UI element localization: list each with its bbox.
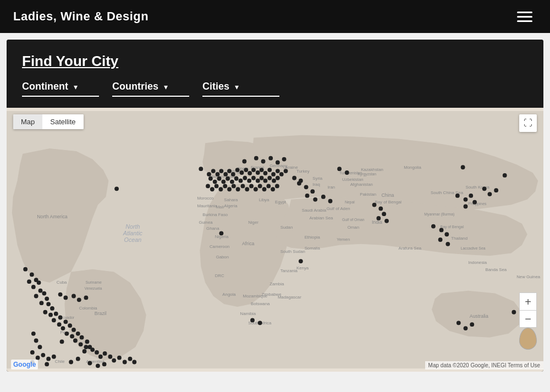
svg-point-184	[206, 184, 210, 188]
filter-bar: Find Your City Continent ▾ Countries ▾ C…	[7, 40, 543, 108]
svg-text:North: North	[125, 223, 140, 230]
svg-point-111	[79, 342, 83, 346]
svg-text:Chile: Chile	[55, 359, 65, 364]
svg-point-97	[48, 313, 53, 317]
svg-point-123	[128, 357, 133, 361]
svg-point-218	[372, 203, 377, 207]
svg-text:Uzbekistan: Uzbekistan	[342, 177, 364, 182]
svg-point-194	[249, 184, 254, 188]
svg-text:Laccadive Sea: Laccadive Sea	[461, 246, 486, 250]
svg-point-139	[102, 362, 107, 367]
svg-point-217	[345, 170, 349, 175]
svg-point-206	[268, 156, 273, 161]
svg-point-173	[234, 176, 239, 181]
fullscreen-button[interactable]: ⛶	[519, 114, 537, 132]
svg-point-202	[114, 186, 119, 191]
zoom-out-button[interactable]: −	[519, 310, 537, 328]
svg-text:Atlantic: Atlantic	[123, 230, 143, 236]
svg-point-190	[232, 184, 236, 188]
map-container[interactable]: Map Satellite ⛶ North Atlant	[7, 108, 543, 372]
svg-point-219	[378, 206, 383, 211]
svg-point-164	[276, 169, 280, 173]
svg-point-94	[46, 302, 51, 306]
svg-point-92	[45, 296, 49, 301]
cities-dropdown[interactable]: Cities ▾	[202, 81, 279, 97]
svg-point-138	[96, 363, 100, 368]
svg-point-225	[444, 232, 449, 236]
svg-text:Madagascar: Madagascar	[278, 295, 301, 300]
svg-point-247	[503, 173, 507, 178]
svg-text:Africa: Africa	[242, 241, 255, 246]
hamburger-line-3	[517, 20, 532, 22]
svg-text:Morocco: Morocco	[197, 196, 214, 201]
svg-point-232	[464, 205, 468, 209]
svg-point-238	[470, 322, 474, 327]
satellite-view-button[interactable]: Satellite	[42, 114, 83, 129]
svg-point-89	[38, 289, 43, 293]
svg-point-224	[439, 228, 444, 233]
svg-point-118	[103, 351, 107, 356]
svg-point-240	[250, 318, 255, 322]
continent-label: Continent	[22, 81, 68, 92]
svg-point-182	[272, 179, 276, 183]
svg-point-146	[84, 345, 89, 349]
svg-text:Myanmar (Burma): Myanmar (Burma)	[424, 212, 454, 217]
svg-point-124	[132, 360, 136, 365]
countries-label: Countries	[112, 81, 158, 92]
svg-point-126	[34, 339, 38, 343]
svg-point-220	[382, 212, 386, 216]
svg-point-211	[310, 189, 315, 194]
svg-point-104	[68, 323, 72, 328]
svg-point-122	[123, 360, 127, 365]
svg-point-137	[87, 361, 92, 366]
hamburger-menu[interactable]	[513, 7, 537, 26]
svg-text:New Guinea: New Guinea	[516, 274, 541, 279]
svg-point-234	[487, 192, 492, 196]
svg-text:Cameroon: Cameroon	[210, 244, 229, 249]
svg-point-236	[457, 321, 461, 325]
svg-point-170	[221, 180, 226, 184]
svg-text:Ethiopia: Ethiopia	[305, 235, 321, 240]
svg-text:Kyrgyzstan: Kyrgyzstan	[358, 172, 376, 176]
svg-text:Yemen: Yemen	[337, 237, 350, 242]
continent-dropdown[interactable]: Continent ▾	[22, 81, 99, 97]
svg-point-186	[215, 184, 219, 188]
svg-point-221	[376, 216, 381, 220]
svg-point-152	[227, 169, 232, 173]
svg-point-98	[54, 312, 58, 316]
svg-point-228	[455, 194, 460, 198]
svg-point-83	[23, 267, 28, 272]
street-view-pegman[interactable]	[519, 328, 537, 350]
svg-point-131	[46, 357, 51, 361]
svg-point-142	[72, 294, 76, 299]
svg-point-115	[90, 347, 95, 352]
svg-point-244	[292, 176, 296, 180]
svg-text:Mozambique: Mozambique	[243, 294, 267, 299]
svg-point-174	[239, 179, 243, 183]
svg-point-125	[31, 332, 36, 336]
svg-point-133	[45, 362, 49, 367]
svg-point-176	[247, 179, 251, 183]
world-map-svg: North Atlantic Ocean North America Brazi…	[7, 108, 543, 372]
svg-point-233	[482, 186, 487, 191]
map-view-button[interactable]: Map	[13, 114, 42, 129]
svg-point-203	[242, 159, 246, 164]
svg-text:Angola: Angola	[222, 292, 236, 297]
svg-point-200	[275, 184, 279, 188]
svg-text:Turkey: Turkey	[296, 169, 310, 174]
svg-point-205	[261, 159, 266, 164]
svg-point-86	[27, 279, 31, 284]
svg-point-102	[63, 319, 68, 324]
svg-text:Egypt: Egypt	[275, 200, 287, 205]
svg-point-229	[464, 197, 468, 202]
google-logo: Google	[11, 360, 38, 369]
svg-text:Australia: Australia	[470, 313, 488, 319]
svg-point-147	[207, 172, 211, 176]
svg-text:Kenya: Kenya	[296, 266, 309, 270]
countries-dropdown[interactable]: Countries ▾	[112, 81, 189, 97]
zoom-in-button[interactable]: +	[519, 292, 537, 310]
svg-text:Gabon: Gabon	[216, 255, 229, 260]
svg-point-166	[284, 169, 288, 173]
svg-point-162	[267, 168, 272, 172]
svg-point-145	[60, 340, 64, 344]
